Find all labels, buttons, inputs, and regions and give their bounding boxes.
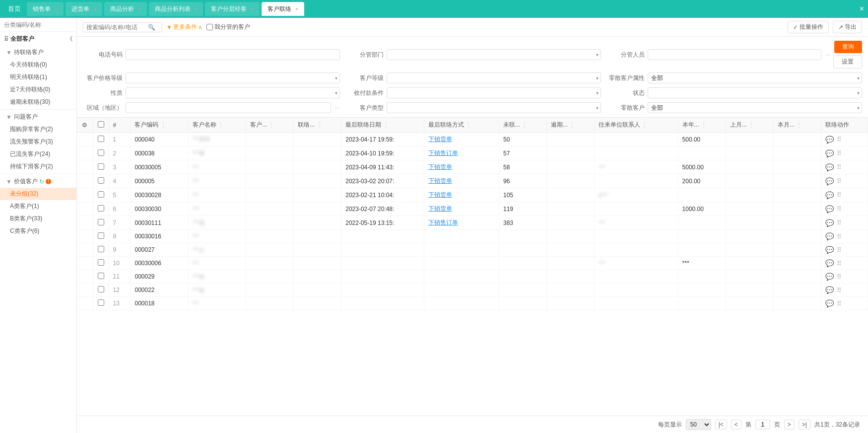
retail-attr-select[interactable]: 全部 xyxy=(648,72,862,83)
manager-input[interactable] xyxy=(648,49,821,60)
more-conditions-btn[interactable]: ▼ 更多条件 ∧ xyxy=(166,23,202,31)
nav-tab-purchase[interactable]: 进货单 × xyxy=(66,2,102,16)
row-select-checkbox[interactable] xyxy=(98,205,104,212)
nav-tab-analysis-list[interactable]: 商品分析列表 × xyxy=(149,2,203,16)
sidebar-7day-pending[interactable]: 近7天待联络(0) xyxy=(0,83,76,96)
close-segment-icon[interactable]: × xyxy=(251,6,254,12)
row-last-method[interactable] xyxy=(424,243,499,257)
row-last-method[interactable] xyxy=(424,270,499,284)
contact-column-header[interactable]: 联络... ⋮ xyxy=(294,118,341,133)
row-select-checkbox[interactable] xyxy=(98,299,104,306)
contact-action-icon[interactable]: 💬 xyxy=(825,149,834,157)
more-action-icon[interactable]: ⠿ xyxy=(837,246,842,254)
sidebar-search-input[interactable] xyxy=(4,21,77,28)
refresh-icon[interactable]: ↻ xyxy=(39,178,44,185)
row-last-method[interactable]: 下销货单 xyxy=(424,133,499,146)
row-checkbox[interactable] xyxy=(93,174,109,188)
not-contact-column-header[interactable]: 未联... ⋮ xyxy=(499,118,546,133)
row-select-checkbox[interactable] xyxy=(98,191,104,198)
more-action-icon[interactable]: ⠿ xyxy=(837,219,842,226)
contact-action-icon[interactable]: 💬 xyxy=(825,273,834,281)
row-select-checkbox[interactable] xyxy=(98,149,104,156)
price-level-select[interactable] xyxy=(126,72,340,83)
row-last-method[interactable]: 下销售订单 xyxy=(424,146,499,160)
overdue-column-header[interactable]: 逾期... ⋮ xyxy=(547,118,595,133)
pay-terms-select[interactable] xyxy=(387,87,601,98)
row-checkbox[interactable] xyxy=(93,257,109,270)
sidebar-abnormal[interactable]: 囤购异常客户(2) xyxy=(0,123,76,136)
row-last-method[interactable]: 下销货单 xyxy=(424,188,499,202)
row-select-checkbox[interactable] xyxy=(98,286,104,292)
row-checkbox[interactable] xyxy=(93,270,109,284)
contact-action-icon[interactable]: 💬 xyxy=(825,177,834,185)
contact-action-icon[interactable]: 💬 xyxy=(825,163,834,171)
name-column-header[interactable]: 客户名称 ⋮ xyxy=(188,118,246,133)
phone-input[interactable] xyxy=(126,49,340,60)
last-method-column-header[interactable]: 最后联络方式 ⋮ xyxy=(424,118,499,133)
select-all-checkbox[interactable] xyxy=(98,121,104,128)
sidebar-class-c[interactable]: C类客户(6) xyxy=(0,225,76,237)
close-analysis-icon[interactable]: × xyxy=(138,6,141,12)
cust-level-select[interactable] xyxy=(387,72,601,83)
sidebar-today-pending[interactable]: 今天待联络(0) xyxy=(0,59,76,71)
sidebar-lost[interactable]: 已流失客户(24) xyxy=(0,148,76,160)
nature-select[interactable] xyxy=(126,87,340,98)
row-last-method[interactable] xyxy=(424,257,499,270)
row-select-checkbox[interactable] xyxy=(98,259,104,266)
more-action-icon[interactable]: ⠿ xyxy=(837,149,842,157)
row-select-checkbox[interactable] xyxy=(98,177,104,184)
row-checkbox[interactable] xyxy=(93,230,109,243)
more-action-icon[interactable]: ⠿ xyxy=(837,163,842,171)
row-last-method[interactable] xyxy=(424,230,499,243)
sidebar-class-a[interactable]: A类客户(1) xyxy=(0,200,76,213)
row-select-checkbox[interactable] xyxy=(98,246,104,252)
search-input[interactable] xyxy=(86,24,146,31)
prev-page-button[interactable]: < xyxy=(731,420,741,430)
code-column-header[interactable]: 客户编码 ⋮ xyxy=(131,118,188,133)
sidebar-declining[interactable]: 持续下滑客户(2) xyxy=(0,160,76,173)
pending-contact-group[interactable]: ▼ 待联络客户 xyxy=(0,46,76,59)
contact-action-icon[interactable]: 💬 xyxy=(825,299,834,307)
contact-action-icon[interactable]: 💬 xyxy=(825,259,834,267)
my-customers-checkbox[interactable] xyxy=(206,24,213,30)
cust-type-column-header[interactable]: 客户... ⋮ xyxy=(246,118,294,133)
last-date-column-header[interactable]: 最后联络日期 ⋮ xyxy=(341,118,424,133)
dept-select[interactable] xyxy=(387,49,601,60)
manager-more-icon[interactable]: ··· xyxy=(825,51,830,58)
close-sales-icon[interactable]: × xyxy=(55,6,58,12)
close-analysis-list-icon[interactable]: × xyxy=(195,6,198,12)
more-action-icon[interactable]: ⠿ xyxy=(837,233,842,240)
row-checkbox[interactable] xyxy=(93,297,109,310)
row-last-method[interactable]: 下销货单 xyxy=(424,174,499,188)
row-select-checkbox[interactable] xyxy=(98,136,104,142)
row-select-checkbox[interactable] xyxy=(98,232,104,239)
sidebar-tomorrow-pending[interactable]: 明天待联络(1) xyxy=(0,71,76,83)
row-checkbox[interactable] xyxy=(93,284,109,297)
row-checkbox[interactable] xyxy=(93,216,109,230)
more-action-icon[interactable]: ⠿ xyxy=(837,191,842,199)
contact-action-icon[interactable]: 💬 xyxy=(825,205,834,213)
contact-action-icon[interactable]: 💬 xyxy=(825,286,834,294)
area-more-icon[interactable]: ··· xyxy=(335,104,340,111)
row-last-method[interactable]: 下销货单 xyxy=(424,202,499,216)
status-select[interactable] xyxy=(648,87,862,98)
area-input[interactable] xyxy=(126,102,331,113)
first-page-button[interactable]: |< xyxy=(715,420,727,430)
more-action-icon[interactable]: ⠿ xyxy=(837,205,842,213)
row-select-checkbox[interactable] xyxy=(98,163,104,170)
query-button[interactable]: 查询 xyxy=(834,41,862,53)
row-checkbox[interactable] xyxy=(93,133,109,146)
last-month-column-header[interactable]: 上月... ⋮ xyxy=(726,118,773,133)
cust-type-select[interactable] xyxy=(387,102,601,113)
row-last-method[interactable] xyxy=(424,297,499,310)
next-page-button[interactable]: > xyxy=(784,420,795,430)
row-select-checkbox[interactable] xyxy=(98,219,104,225)
sidebar-at-risk[interactable]: 流失预警客户(3) xyxy=(0,136,76,148)
row-checkbox[interactable] xyxy=(93,146,109,160)
retail-cust-select[interactable]: 全部 xyxy=(648,102,862,113)
more-action-icon[interactable]: ⠿ xyxy=(837,273,842,281)
nav-tab-analysis[interactable]: 商品分析 × xyxy=(104,2,147,16)
nav-tab-contact[interactable]: 客户联络 × xyxy=(262,2,304,16)
page-number-input[interactable] xyxy=(755,420,770,430)
row-last-method[interactable] xyxy=(424,284,499,297)
